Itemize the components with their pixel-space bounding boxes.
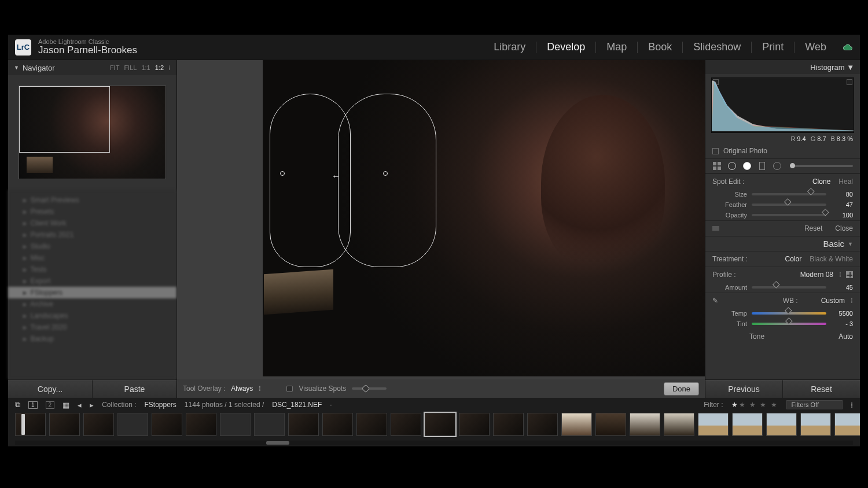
tint-slider[interactable] xyxy=(752,323,826,325)
heal-source-pin[interactable] xyxy=(383,171,388,176)
thumbnail[interactable] xyxy=(83,413,114,436)
crop-tool-icon[interactable] xyxy=(712,161,722,171)
spot-tool-icon[interactable] xyxy=(727,161,737,171)
folders-panel[interactable]: ▸ Smart Previews▸ Presets▸ Client Work ▸… xyxy=(8,190,176,379)
paste-button[interactable]: Paste xyxy=(92,380,176,398)
module-map[interactable]: Map xyxy=(602,40,631,54)
disclosure-triangle-icon: ▼ xyxy=(14,65,19,71)
thumbnail[interactable] xyxy=(220,413,251,436)
module-web[interactable]: Web xyxy=(800,40,831,54)
clone-mode[interactable]: Clone xyxy=(812,178,830,186)
size-slider[interactable] xyxy=(752,193,826,195)
visualize-spots-checkbox[interactable] xyxy=(286,386,293,392)
treatment-bw[interactable]: Black & White xyxy=(810,255,853,263)
histogram-header[interactable]: Histogram ▼ xyxy=(705,60,860,74)
thumbnail[interactable] xyxy=(186,413,216,436)
panel-switch-icon[interactable] xyxy=(712,226,719,231)
thumbnail[interactable] xyxy=(152,413,182,436)
module-print[interactable]: Print xyxy=(757,40,788,54)
grid-view-icon[interactable]: ▦ xyxy=(62,401,69,409)
zoom-fill[interactable]: FILL xyxy=(124,64,137,72)
profile-browser-icon[interactable] xyxy=(846,271,853,278)
basic-panel-header[interactable]: Basic▼ xyxy=(705,236,860,251)
filter-lock-icon[interactable]: ⁞ xyxy=(851,401,853,409)
navigator-preview[interactable] xyxy=(8,75,176,190)
filters-off-dropdown[interactable]: Filters Off xyxy=(786,400,843,409)
second-window-icon[interactable]: 2 xyxy=(46,401,55,409)
radial-tool-icon[interactable] xyxy=(773,161,782,171)
navigator-viewport[interactable] xyxy=(19,86,110,153)
thumbnail[interactable] xyxy=(664,413,694,436)
module-library[interactable]: Library xyxy=(489,40,530,54)
histogram[interactable] xyxy=(711,77,854,133)
spot-reset[interactable]: Reset xyxy=(804,224,822,232)
heal-mode[interactable]: Heal xyxy=(838,178,853,186)
thumbnail[interactable] xyxy=(595,413,626,436)
copy-button[interactable]: Copy... xyxy=(8,380,92,398)
cloud-sync-icon[interactable] xyxy=(843,44,853,51)
filmstrip-scrollbar[interactable] xyxy=(15,441,853,445)
brush-tool-icon[interactable] xyxy=(790,165,853,167)
spot-tool-selected-icon[interactable] xyxy=(742,161,752,171)
checkbox-icon[interactable] xyxy=(712,148,719,154)
thumbnail[interactable] xyxy=(698,413,729,436)
thumbnail[interactable] xyxy=(117,413,148,436)
main-window-icon[interactable]: 1 xyxy=(28,401,38,409)
heal-target-pin[interactable] xyxy=(280,171,285,176)
wb-eyedropper-icon[interactable]: ✎ xyxy=(712,297,718,305)
auto-tone[interactable]: Auto xyxy=(838,332,853,341)
zoom-1-2[interactable]: 1:2 xyxy=(155,64,164,72)
nav-fwd-icon[interactable]: ▸ xyxy=(90,401,94,409)
filter-stars[interactable]: ★★ ★ ★ ★ xyxy=(731,401,778,409)
reset-button[interactable]: Reset xyxy=(782,380,860,398)
image-stage[interactable]: ← xyxy=(177,60,705,379)
thumbnail[interactable] xyxy=(732,413,763,436)
secondary-display-icon[interactable]: ⧉ xyxy=(15,400,20,409)
thumbnail[interactable] xyxy=(356,413,387,436)
thumbnail-row[interactable] xyxy=(8,412,860,441)
feather-slider[interactable] xyxy=(752,204,826,206)
navigator-title: Navigator xyxy=(23,64,55,72)
thumbnail[interactable] xyxy=(493,413,524,436)
thumbnail[interactable] xyxy=(800,413,831,436)
thumbnail[interactable] xyxy=(459,413,490,436)
wb-picker[interactable]: Custom xyxy=(821,297,845,305)
done-button[interactable]: Done xyxy=(664,382,699,395)
thumbnail[interactable] xyxy=(322,413,353,436)
gradient-tool-icon[interactable] xyxy=(757,161,767,171)
module-slideshow[interactable]: Slideshow xyxy=(689,40,745,54)
thumbnail-selected[interactable] xyxy=(425,413,455,436)
heal-source-outline[interactable] xyxy=(338,94,436,267)
thumbnail[interactable] xyxy=(561,413,592,436)
toolbar: Tool Overlay : Always⁞ Visualize Spots D… xyxy=(177,379,705,398)
thumbnail[interactable] xyxy=(254,413,285,436)
thumbnail[interactable] xyxy=(527,413,558,436)
nav-back-icon[interactable]: ◂ xyxy=(78,401,82,409)
photo-count: 1144 photos / 1 selected / xyxy=(185,401,264,409)
opacity-slider[interactable] xyxy=(752,214,826,216)
tool-overlay-value[interactable]: Always xyxy=(231,385,253,393)
previous-button[interactable]: Previous xyxy=(705,380,782,398)
module-develop[interactable]: Develop xyxy=(542,40,590,54)
amount-slider[interactable] xyxy=(752,286,826,289)
treatment-color[interactable]: Color xyxy=(785,255,802,263)
navigator-header[interactable]: ▼ Navigator FIT FILL 1:1 1:2 ⁞ xyxy=(8,60,176,75)
thumbnail[interactable] xyxy=(391,413,421,436)
zoom-1-1[interactable]: 1:1 xyxy=(141,64,150,72)
temp-slider[interactable] xyxy=(752,312,826,315)
thumbnail[interactable] xyxy=(630,413,660,436)
module-book[interactable]: Book xyxy=(643,40,676,54)
collection-value[interactable]: FStoppers xyxy=(145,401,176,409)
zoom-menu-icon[interactable]: ⁞ xyxy=(168,64,171,72)
spot-close[interactable]: Close xyxy=(835,224,853,232)
visualize-spots-slider[interactable] xyxy=(352,387,387,390)
original-photo-toggle[interactable]: Original Photo xyxy=(705,143,860,158)
thumbnail[interactable] xyxy=(15,413,46,436)
thumbnail[interactable] xyxy=(49,413,80,436)
profile-picker[interactable]: Modern 08 xyxy=(800,271,833,279)
thumbnail[interactable] xyxy=(288,413,319,436)
zoom-fit[interactable]: FIT xyxy=(110,64,120,72)
thumbnail[interactable] xyxy=(766,413,797,436)
thumbnail[interactable] xyxy=(834,413,860,436)
identity-plate[interactable]: Jason Parnell-Brookes xyxy=(38,45,137,56)
